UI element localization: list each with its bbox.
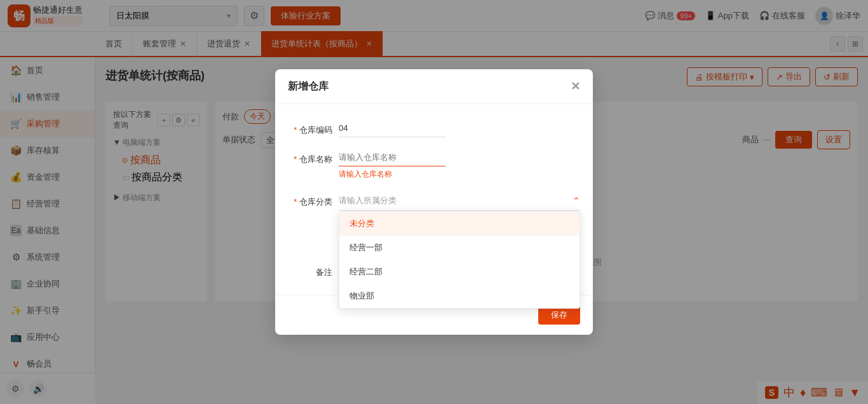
modal-body: * 仓库编码 * 仓库名称 请输入仓库名称 bbox=[275, 104, 593, 279]
name-label: * 仓库名称 bbox=[288, 149, 339, 165]
dropdown-option-property[interactable]: 物业部 bbox=[339, 284, 580, 308]
form-row-name: * 仓库名称 请输入仓库名称 bbox=[288, 149, 580, 180]
modal-header: 新增仓库 ✕ bbox=[275, 69, 593, 104]
name-field-wrap: 请输入仓库名称 bbox=[339, 149, 580, 180]
code-label: * 仓库编码 bbox=[288, 119, 339, 136]
name-input[interactable] bbox=[339, 149, 445, 166]
dropdown-up-icon: ⌃ bbox=[573, 196, 580, 206]
form-row-code: * 仓库编码 bbox=[288, 119, 580, 137]
category-field-wrap: 请输入所属分类 ⌃ 未分类 经营一部 经营二部 物业部 bbox=[339, 191, 580, 211]
category-label: * 仓库分类 bbox=[288, 191, 339, 208]
dropdown-option-dept1[interactable]: 经营一部 bbox=[339, 236, 580, 260]
form-row-category: * 仓库分类 请输入所属分类 ⌃ 未分类 经营一部 经营二部 物业部 bbox=[288, 191, 580, 211]
category-dropdown[interactable]: 请输入所属分类 ⌃ bbox=[339, 191, 580, 211]
dropdown-option-dept2[interactable]: 经营二部 bbox=[339, 260, 580, 284]
modal-close-btn[interactable]: ✕ bbox=[571, 79, 580, 93]
code-field-wrap bbox=[339, 119, 580, 137]
modal-overlay: 新增仓库 ✕ * 仓库编码 * 仓库名称 bbox=[0, 0, 868, 404]
category-placeholder: 请输入所属分类 bbox=[339, 195, 397, 206]
modal-title: 新增仓库 bbox=[288, 80, 329, 93]
name-error-msg: 请输入仓库名称 bbox=[339, 169, 580, 180]
new-warehouse-modal: 新增仓库 ✕ * 仓库编码 * 仓库名称 bbox=[275, 69, 593, 335]
remark-label: 备注 bbox=[288, 262, 339, 278]
category-dropdown-list: 未分类 经营一部 经营二部 物业部 bbox=[339, 211, 580, 309]
code-input[interactable] bbox=[339, 119, 445, 137]
dropdown-option-unclassified[interactable]: 未分类 bbox=[339, 212, 580, 236]
